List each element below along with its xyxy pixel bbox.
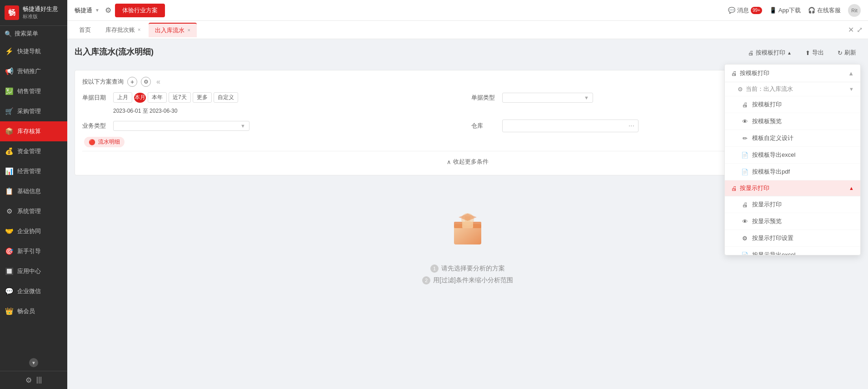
- online-service-btn[interactable]: 🎧 在线客服: [808, 6, 841, 15]
- biz-select[interactable]: ▼: [113, 121, 249, 131]
- date-btn-more[interactable]: 更多: [193, 92, 212, 103]
- display-print-item-icon: 🖨: [741, 201, 748, 208]
- basic-info-icon: 📋: [5, 187, 14, 196]
- template-custom-item-icon: ✏: [741, 135, 748, 142]
- sidebar-item-finance[interactable]: 💰 资金管理: [0, 141, 67, 161]
- filter-tag-details[interactable]: 🔴 流水明细: [84, 137, 125, 147]
- filter-title: 按以下方案查询: [82, 78, 124, 86]
- type-chevron-icon: ▼: [584, 95, 589, 100]
- current-sub-icon: ⚙: [738, 86, 743, 93]
- printer-header-icon: 🖨: [731, 70, 737, 77]
- hint-number-2: 2: [422, 276, 430, 284]
- sidebar-item-operations[interactable]: 📊 经营管理: [0, 161, 67, 181]
- sidebar-item-enterprise[interactable]: 🤝 企业协同: [0, 221, 67, 241]
- display-preview-item-icon: 👁: [741, 218, 748, 225]
- action-bar: 🖨 按模板打印 ▲ ⬆ 导出 ↻ 刷新: [743, 46, 861, 59]
- warehouse-input[interactable]: ···: [502, 120, 639, 132]
- trial-btn[interactable]: 体验行业方案: [115, 4, 165, 17]
- page-title: 出入库流水(流水明细): [75, 46, 154, 57]
- topbar-right: 💬 消息 99+ 📱 App下载 🎧 在线客服 Rit: [728, 4, 861, 17]
- date-btn-this-month[interactable]: 本月: [134, 93, 146, 103]
- dropdown-item-display-excel[interactable]: 📄 按显示导出excel: [725, 247, 860, 255]
- type-select[interactable]: ▼: [502, 93, 593, 103]
- sidebar-nav: ⚡ 快捷导航 📢 营销推广 💹 销售管理 🛒 采购管理 📦 库存核算 💰: [0, 41, 67, 356]
- display-header-chevron[interactable]: ▲: [849, 185, 854, 191]
- settings-icon[interactable]: ⚙: [25, 376, 32, 384]
- dropdown-item-template-custom[interactable]: ✏ 模板自定义设计: [725, 130, 860, 147]
- date-btn-custom[interactable]: 自定义: [214, 92, 238, 103]
- dropdown-item-template-preview[interactable]: 👁 按模板预览: [725, 113, 860, 130]
- sidebar-item-marketing[interactable]: 📢 营销推广: [0, 61, 67, 81]
- message-icon: 💬: [728, 7, 735, 14]
- warehouse-field-label: 仓库: [471, 122, 499, 130]
- tab-home[interactable]: 首页: [73, 23, 97, 37]
- dropdown-item-display-settings[interactable]: ⚙ 按显示打印设置: [725, 230, 860, 247]
- sidebar-item-sales[interactable]: 💹 销售管理: [0, 81, 67, 101]
- dropdown-item-display-preview[interactable]: 👁 按显示预览: [725, 213, 860, 230]
- empty-hint-1: 1 请先选择要分析的方案: [430, 264, 505, 273]
- biz-field-label: 业务类型: [82, 122, 110, 130]
- dropdown-scroll-area: ⚙ 当前：出入库流水 ▼ 🖨 按模板打印 👁 按模板预览 ✏: [725, 82, 860, 255]
- app-download-btn[interactable]: 📱 App下载: [769, 6, 801, 15]
- sidebar-search[interactable]: 🔍 搜索菜单: [0, 26, 67, 41]
- operations-icon: 📊: [5, 167, 14, 176]
- tab-batch-account[interactable]: 库存批次账 ×: [99, 23, 147, 37]
- sidebar-item-basic-info[interactable]: 📋 基础信息: [0, 181, 67, 201]
- date-btn-this-year[interactable]: 本年: [148, 92, 167, 103]
- template-print-item-icon: 🖨: [741, 101, 748, 108]
- topbar: 畅捷通 ▼ ⚙ 体验行业方案 💬 消息 99+ 📱 App下载 🎧: [67, 0, 868, 21]
- collapse-icon: ∧: [447, 159, 451, 165]
- filter-date-field: 单据日期 上月 本月 本年 近7天 更多 自定义: [82, 92, 464, 103]
- message-btn[interactable]: 💬 消息 99+: [728, 6, 762, 15]
- refresh-btn[interactable]: ↻ 刷新: [833, 46, 861, 59]
- sidebar-item-purchase[interactable]: 🛒 采购管理: [0, 101, 67, 121]
- date-btn-last-7days[interactable]: 近7天: [169, 92, 191, 103]
- sidebar-item-wechat[interactable]: 💬 企业微信: [0, 281, 67, 301]
- topbar-gear-icon[interactable]: ⚙: [105, 6, 111, 15]
- filter-biz-field: 业务类型 ▼: [82, 121, 464, 131]
- dropdown-item-display-print[interactable]: 🖨 按显示打印: [725, 196, 860, 213]
- date-control: 上月 本月 本年 近7天 更多 自定义: [113, 92, 464, 103]
- tab-close-all-btn[interactable]: ✕: [848, 25, 854, 34]
- sidebar-item-app-center[interactable]: 🔲 应用中心: [0, 261, 67, 281]
- headset-icon: 🎧: [808, 7, 815, 14]
- guide-icon: 🎯: [5, 247, 14, 256]
- sidebar-item-system[interactable]: ⚙ 系统管理: [0, 201, 67, 221]
- tab-batch-account-close[interactable]: ×: [138, 27, 140, 32]
- biz-chevron-icon: ▼: [240, 123, 245, 129]
- user-avatar[interactable]: Rit: [848, 4, 861, 17]
- template-excel-item-icon: 📄: [741, 151, 748, 159]
- refresh-icon: ↻: [838, 50, 843, 56]
- display-print-header-icon: 🖨: [731, 185, 737, 192]
- sidebar-item-quick-nav[interactable]: ⚡ 快捷导航: [0, 41, 67, 61]
- export-btn[interactable]: ⬆ 导出: [801, 46, 828, 59]
- dropdown-item-template-pdf[interactable]: 📄 按模板导出pdf: [725, 164, 860, 180]
- dropdown-item-template-excel[interactable]: 📄 按模板导出excel: [725, 147, 860, 164]
- filter-collapse-icon[interactable]: «: [156, 78, 160, 86]
- template-print-btn[interactable]: 🖨 按模板打印 ▲: [743, 46, 796, 59]
- sidebar-item-member[interactable]: 👑 畅会员: [0, 301, 67, 321]
- dropdown-current-sub[interactable]: ⚙ 当前：出入库流水 ▼: [725, 82, 860, 96]
- main-content: 畅捷通 ▼ ⚙ 体验行业方案 💬 消息 99+ 📱 App下载 🎧: [67, 0, 868, 389]
- tab-flow[interactable]: 出入库流水 ×: [149, 23, 196, 37]
- filter-add-btn[interactable]: +: [127, 77, 137, 87]
- tab-expand-btn[interactable]: ⤢: [857, 25, 863, 34]
- filter-settings-btn[interactable]: ⚙: [141, 77, 151, 87]
- sidebar-item-guide[interactable]: 🎯 新手引导: [0, 241, 67, 261]
- current-sub-chevron: ▼: [849, 86, 854, 92]
- user-selector[interactable]: 畅捷通 ▼: [75, 6, 100, 15]
- dropdown-item-template-print[interactable]: 🖨 按模板打印: [725, 96, 860, 113]
- tabbar: 首页 库存批次账 × 出入库流水 × ✕ ⤢: [67, 21, 868, 39]
- dropdown-collapse-icon[interactable]: ▲: [848, 70, 854, 77]
- tab-flow-close[interactable]: ×: [187, 28, 190, 33]
- topbar-left: 畅捷通 ▼ ⚙ 体验行业方案: [75, 4, 723, 17]
- collapse-sidebar-icon[interactable]: |||: [36, 376, 42, 384]
- app-logo: 畅: [5, 5, 19, 20]
- date-btn-last-month[interactable]: 上月: [113, 92, 132, 103]
- display-settings-item-icon: ⚙: [741, 234, 748, 242]
- sidebar-scroll-down[interactable]: ▼: [29, 358, 38, 367]
- template-preview-item-icon: 👁: [741, 118, 748, 125]
- page-content: 出入库流水(流水明细) 🖨 按模板打印 ▲ ⬆ 导出 ↻ 刷新: [67, 39, 868, 389]
- sidebar-item-inventory[interactable]: 📦 库存核算: [0, 121, 67, 141]
- username-display: 畅捷通: [75, 6, 92, 15]
